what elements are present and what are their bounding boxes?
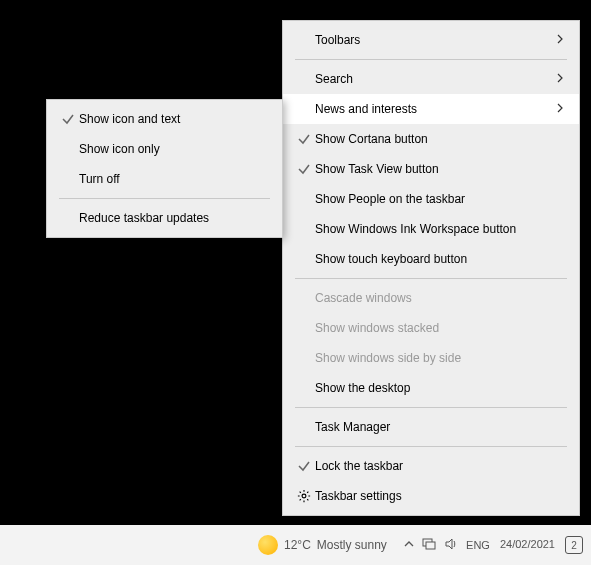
gear-icon [293, 489, 315, 503]
menu-label: News and interests [315, 102, 549, 116]
menu-label: Search [315, 72, 549, 86]
network-icon[interactable] [422, 537, 436, 554]
menu-cortana[interactable]: Show Cortana button [283, 124, 579, 154]
check-icon [293, 132, 315, 146]
separator [295, 446, 567, 447]
date-text: 24/02/2021 [500, 538, 555, 551]
separator [59, 198, 270, 199]
language-indicator[interactable]: ENG [466, 539, 490, 551]
menu-label: Show Task View button [315, 162, 565, 176]
menu-task-manager[interactable]: Task Manager [283, 412, 579, 442]
submenu-icon-only[interactable]: Show icon only [47, 134, 282, 164]
menu-taskbar-settings[interactable]: Taskbar settings [283, 481, 579, 511]
chevron-right-icon [549, 102, 565, 116]
separator [295, 278, 567, 279]
menu-label: Show windows stacked [315, 321, 565, 335]
menu-cascade: Cascade windows [283, 283, 579, 313]
menu-label: Show People on the taskbar [315, 192, 565, 206]
menu-search[interactable]: Search [283, 64, 579, 94]
svg-point-0 [302, 494, 306, 498]
submenu-turn-off[interactable]: Turn off [47, 164, 282, 194]
menu-ink[interactable]: Show Windows Ink Workspace button [283, 214, 579, 244]
submenu-reduce-updates[interactable]: Reduce taskbar updates [47, 203, 282, 233]
menu-side-by-side: Show windows side by side [283, 343, 579, 373]
svg-rect-2 [426, 542, 435, 549]
menu-toolbars[interactable]: Toolbars [283, 25, 579, 55]
check-icon [57, 112, 79, 126]
volume-icon[interactable] [444, 537, 458, 554]
menu-people[interactable]: Show People on the taskbar [283, 184, 579, 214]
menu-label: Lock the taskbar [315, 459, 565, 473]
tray-icons: ENG [404, 537, 490, 554]
menu-news-interests[interactable]: News and interests [283, 94, 579, 124]
menu-label: Show Windows Ink Workspace button [315, 222, 565, 236]
menu-label: Reduce taskbar updates [79, 211, 268, 225]
menu-label: Taskbar settings [315, 489, 565, 503]
weather-desc: Mostly sunny [317, 538, 387, 552]
menu-label: Show the desktop [315, 381, 565, 395]
weather-temp: 12°C [284, 538, 311, 552]
clock-date[interactable]: 24/02/2021 [500, 538, 555, 551]
submenu-icon-text[interactable]: Show icon and text [47, 104, 282, 134]
menu-label: Show touch keyboard button [315, 252, 565, 266]
chevron-right-icon [549, 72, 565, 86]
taskbar-context-menu: Toolbars Search News and interests Show … [282, 20, 580, 516]
menu-label: Show windows side by side [315, 351, 565, 365]
menu-label: Show icon and text [79, 112, 268, 126]
system-tray: ENG 24/02/2021 2 [404, 536, 583, 554]
menu-label: Toolbars [315, 33, 549, 47]
notifications-icon[interactable]: 2 [565, 536, 583, 554]
menu-show-desktop[interactable]: Show the desktop [283, 373, 579, 403]
check-icon [293, 459, 315, 473]
chevron-up-icon[interactable] [404, 538, 414, 552]
news-interests-submenu: Show icon and text Show icon only Turn o… [46, 99, 283, 238]
weather-widget[interactable]: 12°C Mostly sunny [258, 535, 387, 555]
chevron-right-icon [549, 33, 565, 47]
notif-count: 2 [571, 540, 577, 551]
menu-label: Task Manager [315, 420, 565, 434]
menu-taskview[interactable]: Show Task View button [283, 154, 579, 184]
menu-label: Show Cortana button [315, 132, 565, 146]
menu-stacked: Show windows stacked [283, 313, 579, 343]
taskbar[interactable]: 12°C Mostly sunny ENG 24/02/2021 2 [0, 525, 591, 565]
separator [295, 59, 567, 60]
menu-label: Turn off [79, 172, 268, 186]
menu-label: Cascade windows [315, 291, 565, 305]
menu-label: Show icon only [79, 142, 268, 156]
menu-touch-keyboard[interactable]: Show touch keyboard button [283, 244, 579, 274]
separator [295, 407, 567, 408]
check-icon [293, 162, 315, 176]
menu-lock-taskbar[interactable]: Lock the taskbar [283, 451, 579, 481]
sun-icon [258, 535, 278, 555]
